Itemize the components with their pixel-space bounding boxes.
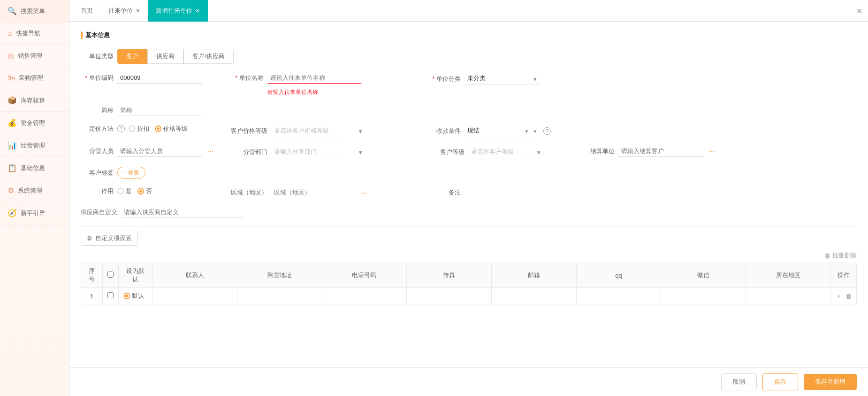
region-input[interactable] — [271, 187, 356, 198]
disabled-region-row: 停用 是 否 区域（地区） ··· 备注 — [81, 187, 857, 198]
pricing-level-label: 价格等级 — [163, 124, 188, 133]
custom-settings-button[interactable]: ⚙ 自定义项设置 — [81, 231, 138, 246]
row-default-dot — [123, 293, 130, 299]
unit-category-field: 单位分类 未分类 ▾ — [428, 72, 559, 85]
fax-input[interactable] — [411, 293, 487, 300]
settlement-unit-label: 结算单位 — [582, 147, 615, 155]
sidebar-item-basic[interactable]: 📋 基础信息 — [0, 157, 69, 179]
table-region-input[interactable] — [751, 293, 826, 300]
search-icon: 🔍 — [8, 7, 17, 16]
tab-units[interactable]: 往来单位 ✕ — [101, 0, 148, 22]
save-and-new-button[interactable]: 保存并新增 — [804, 374, 857, 390]
select-all-checkbox[interactable] — [107, 272, 114, 278]
short-name-label: 简称 — [81, 106, 114, 115]
unit-name-input[interactable] — [267, 72, 361, 84]
unit-code-label: 单位编码 — [81, 74, 114, 82]
cell-contact — [152, 288, 237, 304]
department-wrapper[interactable]: 请输入分管部门 ▾ — [271, 146, 365, 158]
disabled-label: 停用 — [81, 187, 114, 195]
payment-terms-wrapper[interactable]: 现结 ▾ — [464, 124, 540, 137]
tab-home-label: 首页 — [81, 7, 93, 15]
pricing-row: 定价方法 ? 折扣 价格等级 客户价格等级 请选择客户价格等级 — [81, 124, 857, 137]
disabled-yes-label: 是 — [126, 187, 132, 195]
sidebar-item-quick-nav-label: 快捷导航 — [16, 29, 40, 38]
disabled-yes-radio[interactable]: 是 — [117, 187, 132, 195]
add-row-icon[interactable]: ＋ — [836, 292, 842, 300]
disabled-yes-dot — [117, 188, 124, 194]
unit-category-select-wrapper[interactable]: 未分类 ▾ — [464, 72, 540, 85]
pricing-help-icon[interactable]: ? — [117, 125, 125, 132]
sidebar-item-sales[interactable]: ◎ 销售管理 — [0, 45, 69, 67]
sidebar-item-basic-label: 基础信息 — [21, 164, 45, 172]
tab-new-unit-close[interactable]: ✕ — [195, 8, 200, 14]
unit-code-input[interactable] — [117, 72, 202, 84]
settlement-unit-field: 结算单位 ··· — [582, 146, 717, 157]
pricing-method-field: 定价方法 ? 折扣 价格等级 — [81, 124, 212, 133]
delete-row-icon[interactable]: 🗑 — [845, 293, 852, 300]
finance-icon: 💰 — [8, 118, 17, 127]
price-level-dropdown-icon: ▾ — [359, 127, 362, 134]
main-close-icon[interactable]: ✕ — [856, 6, 862, 15]
department-placeholder: 请输入分管部门 — [271, 146, 346, 158]
basic-icon: 📋 — [8, 163, 17, 172]
sidebar-item-sales-label: 销售管理 — [18, 52, 42, 60]
disabled-no-radio[interactable]: 否 — [137, 187, 152, 195]
sidebar-item-search[interactable]: 🔍 搜索菜单 — [0, 0, 69, 23]
supplier-custom-input[interactable] — [121, 207, 243, 218]
sidebar-item-finance[interactable]: 💰 资金管理 — [0, 112, 69, 134]
settlement-more-btn[interactable]: ··· — [707, 148, 717, 155]
unit-category-label: 单位分类 — [428, 75, 461, 83]
sidebar-item-quick-nav[interactable]: ⌂ 快捷导航 — [0, 23, 69, 45]
tab-home[interactable]: 首页 — [73, 0, 101, 22]
contact-input[interactable] — [157, 293, 232, 300]
sidebar-item-guide-label: 新手引导 — [21, 209, 45, 217]
tab-units-close[interactable]: ✕ — [136, 8, 140, 14]
region-more-btn[interactable]: ··· — [359, 189, 370, 196]
pricing-discount-dot — [129, 125, 135, 132]
customer-price-level-field: 客户价格等级 请选择客户价格等级 ▾ — [231, 124, 409, 137]
sidebar-item-purchase[interactable]: 🛍 采购管理 — [0, 67, 69, 89]
sidebar-item-purchase-label: 采购管理 — [19, 74, 43, 82]
cancel-button[interactable]: 取消 — [721, 373, 757, 390]
tab-new-unit[interactable]: 新增往来单位 ✕ — [148, 0, 208, 22]
section-title-text: 基本信息 — [85, 31, 110, 39]
remark-input[interactable] — [464, 187, 605, 198]
cell-wechat — [661, 288, 746, 304]
add-tag-button[interactable]: + 标签 — [117, 167, 145, 179]
col-email: 邮箱 — [491, 263, 576, 288]
manager-label: 分管人员 — [81, 147, 114, 155]
section-title: 基本信息 — [81, 31, 857, 39]
pricing-discount-radio[interactable]: 折扣 — [129, 124, 149, 133]
address-input[interactable] — [242, 293, 317, 300]
phone-input[interactable] — [327, 293, 402, 300]
pricing-level-radio[interactable]: 价格等级 — [155, 124, 188, 133]
sidebar-item-business[interactable]: 📊 经营管理 — [0, 134, 69, 157]
cell-checkbox — [103, 288, 119, 304]
unit-type-customer-btn[interactable]: 客户 — [117, 49, 147, 64]
customer-level-wrapper[interactable]: 请选择客户等级 ▾ — [468, 146, 543, 158]
payment-help-icon[interactable]: ? — [543, 127, 551, 135]
email-input[interactable] — [496, 293, 571, 300]
remark-field: 备注 — [428, 187, 605, 198]
qq-input[interactable] — [581, 293, 656, 300]
settlement-unit-input[interactable] — [618, 146, 703, 157]
row-checkbox[interactable] — [107, 292, 114, 298]
customer-price-level-wrapper[interactable]: 请选择客户价格等级 ▾ — [271, 124, 365, 137]
manager-input[interactable] — [117, 146, 202, 157]
sidebar-item-guide[interactable]: 🧭 新手引导 — [0, 202, 69, 225]
unit-type-supplier-btn[interactable]: 供应商 — [147, 49, 183, 64]
inventory-icon: 📦 — [8, 96, 17, 105]
row-default-radio[interactable]: 默认 — [123, 292, 147, 300]
region-field: 区域（地区） ··· — [231, 187, 409, 198]
sidebar-item-system[interactable]: ⚙ 系统管理 — [0, 179, 69, 202]
short-name-input[interactable] — [117, 105, 202, 116]
unit-type-both-btn[interactable]: 客户/供应商 — [183, 49, 234, 64]
col-qq: qq — [576, 263, 661, 288]
cell-address — [237, 288, 322, 304]
remark-label: 备注 — [428, 188, 461, 197]
wechat-input[interactable] — [666, 293, 741, 300]
manager-more-btn[interactable]: ··· — [206, 148, 216, 155]
batch-delete-btn[interactable]: 🗑 批量删除 — [824, 251, 857, 260]
save-button[interactable]: 保存 — [762, 373, 798, 390]
sidebar-item-inventory[interactable]: 📦 库存核算 — [0, 89, 69, 112]
